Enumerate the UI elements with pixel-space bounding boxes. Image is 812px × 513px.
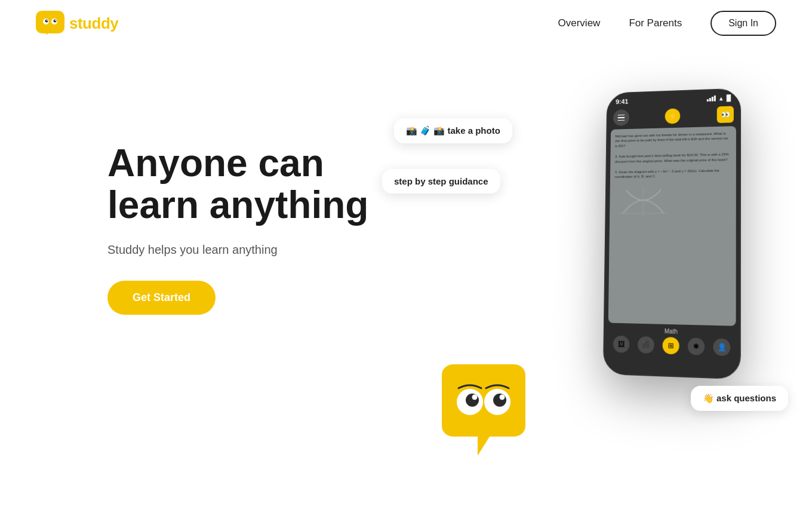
svg-point-4 xyxy=(45,20,48,23)
svg-point-15 xyxy=(500,395,505,400)
phone-header-bar: ⚡ 👀 xyxy=(607,103,740,130)
mascot-character xyxy=(436,363,531,459)
logo[interactable]: studdy xyxy=(36,11,118,36)
nav-links: Overview For Parents Sign In xyxy=(558,11,776,36)
nav-for-parents[interactable]: For Parents xyxy=(629,17,682,29)
svg-point-6 xyxy=(47,20,48,21)
phone-studdy-face: 👀 xyxy=(717,106,734,123)
phone-illustration: 📸 🧳 📸 take a photo step by step guidance… xyxy=(382,64,788,494)
phone-frame: 9:41 ▲ ▉ xyxy=(603,88,741,379)
bubble-take-photo: 📸 🧳 📸 take a photo xyxy=(394,118,512,143)
bottom-icon-person: 👤 xyxy=(713,338,730,356)
bubble-step-by-step: step by step guidance xyxy=(382,169,500,193)
phone-menu-icon xyxy=(613,109,629,126)
svg-point-14 xyxy=(472,395,478,400)
bottom-icons: 🖼 ⬛ ⊞ ✱ 👤 xyxy=(609,336,734,357)
phone-content-area: Michael has gone out with his friends fo… xyxy=(608,126,736,326)
hero-subtext: Studdy helps you learn anything xyxy=(107,243,368,257)
hero-heading: Anyone can learn anything xyxy=(107,142,368,226)
hero-text-block: Anyone can learn anything Studdy helps y… xyxy=(107,94,368,315)
nav-overview[interactable]: Overview xyxy=(558,17,601,29)
bottom-icon-grid: ⊞ xyxy=(663,337,679,354)
bottom-icon-settings: ✱ xyxy=(688,337,705,355)
subject-label: Math xyxy=(609,327,734,337)
svg-point-5 xyxy=(54,20,57,23)
signin-button[interactable]: Sign In xyxy=(710,11,776,36)
navbar: studdy Overview For Parents Sign In xyxy=(0,0,812,47)
get-started-button[interactable]: Get Started xyxy=(107,281,216,315)
svg-point-12 xyxy=(466,394,479,407)
lightning-badge: ⚡ xyxy=(665,108,681,124)
bottom-icon-image: 🖼 xyxy=(613,336,630,353)
bubble-ask-questions: 👋 ask questions xyxy=(691,386,788,411)
svg-point-13 xyxy=(493,394,506,407)
svg-point-7 xyxy=(55,20,56,21)
hero-section: Anyone can learn anything Studdy helps y… xyxy=(0,47,812,500)
phone-bottom-bar: Math 🖼 ⬛ ⊞ ✱ 👤 xyxy=(604,322,740,361)
logo-icon xyxy=(36,11,64,36)
logo-text: studdy xyxy=(69,14,118,33)
bottom-icon-camera: ⬛ xyxy=(638,336,654,354)
